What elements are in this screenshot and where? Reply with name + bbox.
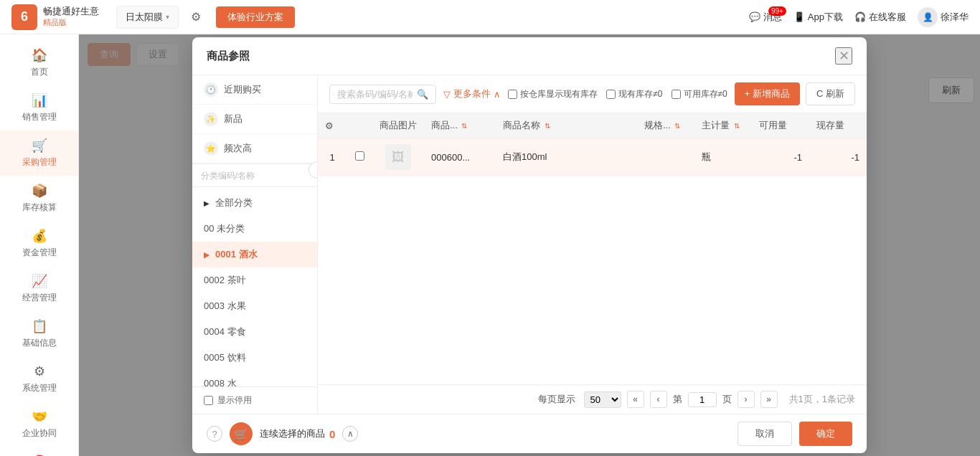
help-icon[interactable]: ? bbox=[207, 426, 222, 442]
filter-options: 按仓库显示现有库存 现有库存≠0 可用库存≠0 bbox=[508, 88, 727, 100]
row-name: 白酒100ml bbox=[496, 138, 637, 176]
pg-next-btn[interactable]: › bbox=[738, 391, 755, 408]
message-badge: 99+ bbox=[768, 6, 786, 16]
product-search-input[interactable] bbox=[337, 89, 413, 100]
pg-prev-btn[interactable]: ‹ bbox=[650, 391, 667, 408]
filter-option-warehouse[interactable]: 按仓库显示现有库存 bbox=[508, 88, 598, 100]
footer-collapse-btn[interactable]: ∧ bbox=[342, 426, 358, 442]
sidebar-label-operations: 经营管理 bbox=[22, 292, 57, 304]
nav-cta-btn[interactable]: 体验行业方案 bbox=[216, 6, 295, 28]
show-disabled-label[interactable]: 显示停用 bbox=[217, 394, 252, 407]
sidebar-item-guide[interactable]: 🎯 新手引导 bbox=[0, 447, 78, 456]
cart-btn[interactable]: 🛒 bbox=[230, 422, 253, 445]
sales-icon: 📊 bbox=[32, 92, 47, 108]
sidebar-item-inventory[interactable]: 📦 库存核算 bbox=[0, 176, 78, 221]
sidebar-item-operations[interactable]: 📈 经营管理 bbox=[0, 266, 78, 311]
confirm-btn[interactable]: 确定 bbox=[799, 422, 852, 446]
pagination-bar: 每页显示 50 20 100 « ‹ 第 页 › » 共1页，1条记录 bbox=[318, 384, 867, 414]
row-spec bbox=[637, 138, 694, 176]
cat-item-all[interactable]: 全部分类 bbox=[192, 190, 317, 216]
filter-option-available[interactable]: 可用库存≠0 bbox=[672, 88, 727, 100]
sort-spec-icon: ⇅ bbox=[674, 122, 680, 130]
filter-option-existing[interactable]: 现有库存≠0 bbox=[606, 88, 662, 100]
cat-item-recent[interactable]: 🕐 近期购买 bbox=[192, 75, 317, 105]
th-spec[interactable]: 规格... ⇅ bbox=[637, 113, 694, 138]
filter-existing-checkbox[interactable] bbox=[606, 90, 616, 99]
nav-user[interactable]: 👤 徐泽华 bbox=[918, 7, 969, 27]
finance-icon: 💰 bbox=[32, 228, 47, 244]
th-unit[interactable]: 主计量 ⇅ bbox=[694, 113, 752, 138]
th-spec-label: 规格... bbox=[644, 120, 671, 130]
table-row[interactable]: 1 🖼 000600... 白酒100ml 瓶 -1 bbox=[318, 138, 867, 176]
row-code: 000600... bbox=[424, 138, 496, 176]
pg-first-btn[interactable]: « bbox=[627, 391, 644, 408]
sidebar-item-enterprise[interactable]: 🤝 企业协同 bbox=[0, 402, 78, 447]
filter-warehouse-checkbox[interactable] bbox=[508, 90, 517, 99]
th-settings[interactable]: ⚙ bbox=[318, 113, 347, 138]
nav-message[interactable]: 💬 消息 99+ bbox=[749, 11, 782, 24]
sidebar-item-finance[interactable]: 💰 资金管理 bbox=[0, 221, 78, 266]
main-layout: 🏠 首页 📊 销售管理 🛒 采购管理 📦 库存核算 💰 资金管理 📈 经营管理 … bbox=[0, 34, 980, 456]
filter-btn[interactable]: ▽ 更多条件 ∧ bbox=[443, 87, 501, 100]
basics-icon: 📋 bbox=[32, 318, 47, 334]
sidebar-item-sales[interactable]: 📊 销售管理 bbox=[0, 85, 78, 130]
cat-tea-label: 0002 茶叶 bbox=[204, 274, 246, 287]
cat-item-liquor[interactable]: 0001 酒水 bbox=[192, 242, 317, 267]
refresh-btn[interactable]: C 刷新 bbox=[806, 82, 855, 105]
pg-total-info: 共1页，1条记录 bbox=[789, 393, 855, 406]
filter-existing-label: 现有库存≠0 bbox=[618, 88, 662, 100]
product-search-icon[interactable]: 🔍 bbox=[417, 89, 428, 100]
product-image: 🖼 bbox=[385, 144, 411, 170]
filter-available-checkbox[interactable] bbox=[672, 90, 681, 99]
category-list: 全部分类 00 未分类 0001 酒水 0002 茶叶 0003 水果 bbox=[192, 187, 317, 386]
row-avail: -1 bbox=[752, 138, 809, 176]
cart-icon: 🛒 bbox=[234, 427, 248, 441]
product-toolbar: 🔍 ▽ 更多条件 ∧ 按仓库显示现有库存 bbox=[318, 75, 867, 113]
product-area: 🔍 ▽ 更多条件 ∧ 按仓库显示现有库存 bbox=[318, 75, 867, 414]
cat-item-freq[interactable]: ⭐ 频次高 bbox=[192, 134, 317, 163]
freq-icon: ⭐ bbox=[204, 141, 218, 156]
enterprise-icon: 🤝 bbox=[32, 409, 47, 424]
pg-last-btn[interactable]: » bbox=[760, 391, 778, 408]
cat-item-snacks[interactable]: 0004 零食 bbox=[192, 319, 317, 345]
sidebar-item-system[interactable]: ⚙ 系统管理 bbox=[0, 356, 78, 402]
cat-item-water[interactable]: 0008 水 bbox=[192, 371, 317, 386]
cat-item-new[interactable]: ✨ 新品 bbox=[192, 105, 317, 134]
th-unit-label: 主计量 bbox=[702, 120, 730, 130]
logo-area: 6 畅捷通好生意 精品版 bbox=[11, 4, 99, 30]
cat-liquor-label: 0001 酒水 bbox=[215, 248, 258, 261]
per-page-select[interactable]: 50 20 100 bbox=[584, 391, 621, 408]
modal-close-btn[interactable]: ✕ bbox=[835, 47, 852, 65]
logo-text: 畅捷通好生意 bbox=[43, 6, 99, 17]
toolbar-right: + 新增商品 C 刷新 bbox=[735, 82, 855, 105]
th-check bbox=[347, 113, 372, 138]
th-avail: 可用量 bbox=[752, 113, 809, 138]
cat-item-drinks[interactable]: 0005 饮料 bbox=[192, 345, 317, 371]
cancel-btn[interactable]: 取消 bbox=[738, 422, 792, 446]
filter-icon: ▽ bbox=[443, 89, 451, 100]
row-check[interactable] bbox=[347, 138, 372, 176]
pg-current-input[interactable] bbox=[688, 392, 717, 407]
cat-item-fruit[interactable]: 0003 水果 bbox=[192, 293, 317, 319]
purchase-icon: 🛒 bbox=[32, 138, 47, 153]
cat-item-uncategorized[interactable]: 00 未分类 bbox=[192, 216, 317, 242]
th-code[interactable]: 商品... ⇅ bbox=[424, 113, 496, 138]
row-unit: 瓶 bbox=[694, 138, 752, 176]
nav-gear-btn[interactable]: ⚙ bbox=[184, 6, 207, 29]
category-search-input[interactable] bbox=[201, 171, 308, 181]
add-product-btn[interactable]: + 新增商品 bbox=[735, 82, 800, 105]
nav-app-download[interactable]: 📱 App下载 bbox=[793, 11, 843, 24]
sidebar-item-purchase[interactable]: 🛒 采购管理 bbox=[0, 130, 78, 176]
th-name[interactable]: 商品名称 ⇅ bbox=[496, 113, 637, 138]
nav-customer-service[interactable]: 🎧 在线客服 bbox=[854, 11, 906, 24]
nav-selector[interactable]: 日太阳膜 ▾ bbox=[116, 6, 179, 29]
cat-item-tea[interactable]: 0002 茶叶 bbox=[192, 267, 317, 293]
username-label: 徐泽华 bbox=[941, 11, 969, 24]
show-disabled-checkbox[interactable] bbox=[204, 396, 213, 405]
cat-drinks-label: 0005 饮料 bbox=[204, 351, 246, 364]
row-checkbox[interactable] bbox=[355, 151, 364, 161]
sidebar-item-basics[interactable]: 📋 基础信息 bbox=[0, 311, 78, 356]
sidebar-item-home[interactable]: 🏠 首页 bbox=[0, 40, 78, 85]
category-footer: 显示停用 bbox=[192, 386, 317, 414]
category-top-items: 🕐 近期购买 ✨ 新品 ⭐ 频次高 bbox=[192, 75, 317, 164]
